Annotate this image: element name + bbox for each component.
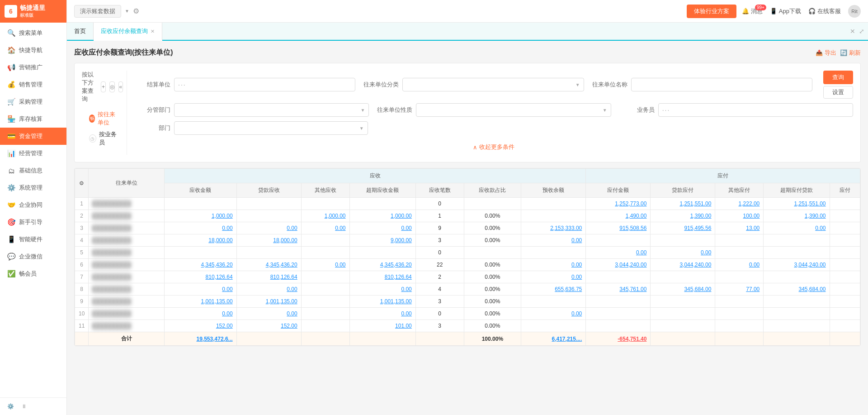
prepaid-cell[interactable]: 0.00 (521, 234, 586, 247)
ap_amount-cell[interactable]: 3,044,240.00 (586, 259, 651, 271)
overdue_ap-cell[interactable]: 1,390.00 (764, 210, 830, 222)
ar_count-cell[interactable]: 0 (415, 308, 464, 320)
overdue_ar-cell[interactable]: 0.00 (349, 283, 415, 296)
loan_ap-cell[interactable]: 915,495.56 (651, 222, 715, 234)
sidebar-item-hardware[interactable]: 📱 智能硬件 (0, 231, 66, 248)
overdue_ap-cell[interactable]: 345,684.00 (764, 283, 830, 296)
other_ar-cell[interactable]: 1,000.00 (301, 210, 349, 222)
filter-settings-icon[interactable]: ◎ (109, 81, 115, 92)
other_ap-cell[interactable]: 13.00 (715, 222, 764, 234)
ar_ratio-cell[interactable]: 0.00% (464, 296, 521, 308)
ap_amount-cell[interactable]: 345,761.00 (586, 283, 651, 296)
ar_count-cell[interactable]: 3 (415, 296, 464, 308)
loan_ar-cell[interactable]: 0.00 (236, 283, 301, 296)
total-ar-amount[interactable]: 19,553,472,6... (165, 332, 237, 346)
ar_count-cell[interactable]: 0 (415, 247, 464, 259)
ar_count-cell[interactable]: 9 (415, 222, 464, 234)
sidebar-item-member[interactable]: ✅ 畅会员 (0, 265, 66, 282)
prepaid-cell[interactable]: 2,153,333.00 (521, 222, 586, 234)
overdue_ar-cell[interactable]: 1,000.00 (349, 210, 415, 222)
loan_ar-cell[interactable]: 4,345,436.20 (236, 259, 301, 271)
overdue_ar-cell[interactable]: 9,000.00 (349, 234, 415, 247)
loan_ar-cell[interactable]: 1,001,135.00 (236, 296, 301, 308)
overdue_ar-cell[interactable]: 0.00 (349, 308, 415, 320)
sidebar-item-basic[interactable]: 🗂 基础信息 (0, 162, 66, 179)
other_ar-cell[interactable]: 0.00 (301, 222, 349, 234)
col-settings[interactable]: ⚙ (75, 169, 89, 198)
overdue_ar-cell[interactable]: 0.00 (349, 222, 415, 234)
ar_ratio-cell[interactable]: 0.00% (464, 271, 521, 283)
loan_ap-cell[interactable]: 1,251,551.00 (651, 198, 715, 210)
ar_count-cell[interactable]: 22 (415, 259, 464, 271)
ar_amount-cell[interactable]: 1,000.00 (165, 210, 237, 222)
total-prepaid[interactable]: 6,417,215.... (521, 332, 586, 346)
ar_ratio-cell[interactable]: 0.00% (464, 234, 521, 247)
ar_count-cell[interactable]: 0 (415, 198, 464, 210)
unit-name-input[interactable] (631, 78, 812, 91)
ar_amount-cell[interactable]: 0.00 (165, 308, 237, 320)
ap_amount-cell[interactable]: 915,508.56 (586, 222, 651, 234)
ar_amount-cell[interactable]: 18,000.00 (165, 234, 237, 247)
unit-nature-input[interactable]: ▼ (416, 103, 611, 117)
ar_amount-cell[interactable]: 4,345,436.20 (165, 259, 237, 271)
tab-home[interactable]: 首页 (67, 23, 94, 40)
ap_amount-cell[interactable]: 1,490.00 (586, 210, 651, 222)
settlement-unit-input[interactable]: ··· (174, 78, 355, 91)
overdue_ar-cell[interactable]: 1,001,135.00 (349, 296, 415, 308)
loan_ar-cell[interactable]: 152.00 (236, 320, 301, 332)
refresh-button[interactable]: 🔄 刷新 (840, 49, 861, 57)
ar_amount-cell[interactable]: 810,126.64 (165, 271, 237, 283)
query-button[interactable]: 查询 (823, 71, 853, 84)
ar_amount-cell[interactable]: 152.00 (165, 320, 237, 332)
ar_count-cell[interactable]: 4 (415, 283, 464, 296)
app-download-button[interactable]: 📱 App下载 (770, 7, 801, 15)
dept-manage-input[interactable]: ▼ (174, 103, 369, 117)
ar_ratio-cell[interactable]: 0.00% (464, 320, 521, 332)
ar_count-cell[interactable]: 3 (415, 234, 464, 247)
tab-close-icon[interactable]: ✕ (151, 29, 155, 34)
other_ar-cell[interactable]: 0.00 (301, 259, 349, 271)
sidebar-item-nav[interactable]: 🏠 快捷导航 (0, 42, 66, 59)
sidebar-item-marketing[interactable]: 📢 营销推广 (0, 59, 66, 76)
settings-button[interactable]: 设置 (823, 86, 853, 99)
ar_count-cell[interactable]: 2 (415, 271, 464, 283)
other_ap-cell[interactable]: 77.00 (715, 283, 764, 296)
online-service-button[interactable]: 🎧 在线客服 (808, 7, 841, 15)
ar_ratio-cell[interactable]: 0.00% (464, 283, 521, 296)
scheme-by-unit[interactable]: 畅 按往来单位 (85, 109, 123, 129)
ar_amount-cell[interactable]: 0.00 (165, 222, 237, 234)
overdue_ap-cell[interactable]: 3,044,240.00 (764, 259, 830, 271)
loan_ap-cell[interactable]: 345,684.00 (651, 283, 715, 296)
overdue_ar-cell[interactable]: 810,126.64 (349, 271, 415, 283)
sidebar-item-purchase[interactable]: 🛒 采购管理 (0, 93, 66, 110)
overdue_ap-cell[interactable]: 0.00 (764, 222, 830, 234)
ar_count-cell[interactable]: 1 (415, 210, 464, 222)
settings-gear-icon[interactable]: ⚙ (133, 7, 139, 15)
loan_ar-cell[interactable]: 0.00 (236, 308, 301, 320)
scheme-by-staff[interactable]: ◷ 按业务员 (85, 129, 123, 148)
loan_ar-cell[interactable]: 810,126.64 (236, 271, 301, 283)
filter-collapse-icon[interactable]: « (118, 81, 123, 92)
overdue_ar-cell[interactable]: 4,345,436.20 (349, 259, 415, 271)
prepaid-cell[interactable]: 655,636.75 (521, 283, 586, 296)
company-dropdown-icon[interactable]: ▼ (125, 9, 129, 14)
collapse-icon[interactable]: ⏸ (21, 403, 27, 410)
company-selector[interactable]: 演示账套数据 (74, 5, 121, 18)
overdue_ap-cell[interactable]: 1,251,551.00 (764, 198, 830, 210)
notice-button[interactable]: 🔔 消息 99+ (742, 7, 763, 15)
settings-footer-icon[interactable]: ⚙️ (7, 403, 14, 410)
ap_amount-cell[interactable]: 0.00 (586, 247, 651, 259)
loan_ar-cell[interactable]: 18,000.00 (236, 234, 301, 247)
user-avatar[interactable]: Rit (848, 5, 861, 18)
salesperson-input[interactable]: ··· (658, 103, 853, 117)
dept-input[interactable]: ▼ (174, 121, 368, 135)
ar_amount-cell[interactable]: 1,001,135.00 (165, 296, 237, 308)
sidebar-item-enterprise[interactable]: 🤝 企业协同 (0, 196, 66, 214)
add-filter-button[interactable]: + (101, 81, 105, 92)
sidebar-item-wechat[interactable]: 💬 企业微信 (0, 248, 66, 265)
loan_ap-cell[interactable]: 0.00 (651, 247, 715, 259)
prepaid-cell[interactable]: 0.00 (521, 271, 586, 283)
sidebar-item-system[interactable]: ⚙️ 系统管理 (0, 179, 66, 196)
other_ap-cell[interactable]: 100.00 (715, 210, 764, 222)
ar_ratio-cell[interactable]: 0.00% (464, 308, 521, 320)
